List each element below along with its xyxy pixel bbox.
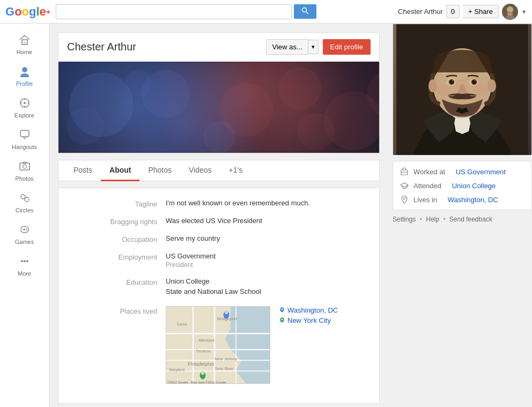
sidebar-item-circles[interactable]: Circles <box>0 186 49 218</box>
bragging-value: Was elected US Vice President <box>166 217 368 225</box>
svg-point-11 <box>24 102 26 104</box>
sidebar-label-explore: Explore <box>14 112 34 119</box>
tagline-value: I'm not well known or even remembered mu… <box>166 199 368 207</box>
view-as-button[interactable]: View as... <box>266 39 308 55</box>
sidebar-label-hangouts: Hangouts <box>12 144 37 150</box>
avatar-image <box>502 4 518 20</box>
svg-point-56 <box>225 311 228 314</box>
sidebar-item-profile[interactable]: Profile <box>0 60 49 91</box>
settings-link[interactable]: Settings <box>393 216 416 223</box>
tagline-label: Tagline <box>91 199 166 208</box>
svg-rect-17 <box>20 163 29 170</box>
svg-point-26 <box>26 260 28 262</box>
svg-point-8 <box>22 67 27 72</box>
games-icon <box>17 222 32 237</box>
photos-icon <box>17 159 32 174</box>
svg-point-81 <box>403 197 405 199</box>
profile-name: Chester Arthur <box>67 41 266 53</box>
occupation-value: Serve my country <box>166 234 368 242</box>
sidebar: Home Profile Explore Hangouts Photos <box>0 24 49 407</box>
work-icon <box>400 167 409 176</box>
work-row: Worked at US Government <box>400 167 525 176</box>
svg-point-29 <box>66 107 104 145</box>
employment-value: US Government President <box>166 252 368 269</box>
cover-photo-bokeh <box>58 62 379 153</box>
search-input[interactable] <box>56 4 292 19</box>
work-label: Worked at <box>413 168 445 176</box>
svg-text:New Jersey: New Jersey <box>215 357 237 361</box>
view-as-dropdown-button[interactable]: ▾ <box>308 40 319 54</box>
topbar-dropdown-icon[interactable]: ▾ <box>521 6 527 18</box>
profile-tabs: Posts About Photos Videos +1's <box>58 160 380 181</box>
sidebar-item-photos[interactable]: Photos <box>0 154 49 186</box>
attended-value[interactable]: Union College <box>452 182 496 190</box>
svg-text:lvania: lvania <box>177 322 187 326</box>
edit-profile-button[interactable]: Edit profile <box>323 39 371 55</box>
education-label: Education <box>91 277 166 286</box>
employment-label: Employment <box>91 252 166 261</box>
footer-links: Settings • Help • Send feedback <box>393 216 532 223</box>
send-feedback-link[interactable]: Send feedback <box>449 216 492 223</box>
tagline-row: Tagline I'm not well known or even remem… <box>91 199 368 208</box>
svg-point-77 <box>474 84 489 95</box>
education-row: Education Union College State and Nation… <box>91 277 368 298</box>
svg-text:Maryland: Maryland <box>169 368 184 372</box>
sidebar-item-explore[interactable]: Explore <box>0 91 49 123</box>
attended-row: Attended Union College <box>400 181 525 190</box>
occupation-label: Occupation <box>91 234 166 243</box>
sidebar-item-more[interactable]: More <box>0 249 49 281</box>
tab-about[interactable]: About <box>101 160 139 181</box>
svg-text:Toms River: Toms River <box>215 367 234 371</box>
svg-point-22 <box>26 228 27 230</box>
svg-point-34 <box>125 70 152 97</box>
place-newyork: New York City <box>279 316 338 324</box>
map-container[interactable]: lvania Bridgeport Allentown Trentono Phi… <box>166 306 270 384</box>
explore-icon <box>17 95 32 110</box>
svg-point-75 <box>487 79 496 92</box>
washington-pin-icon <box>279 307 285 314</box>
svg-text:Philadelphia: Philadelphia <box>188 361 214 367</box>
share-button[interactable]: + Share <box>463 5 499 18</box>
sidebar-item-hangouts[interactable]: Hangouts <box>0 123 49 154</box>
svg-point-24 <box>21 260 23 262</box>
profile-title-bar: Chester Arthur View as... ▾ Edit profile <box>58 33 379 62</box>
svg-point-72 <box>452 80 453 82</box>
employment-title: President <box>166 261 368 269</box>
svg-text:©2012 Google - Map data ©2012 : ©2012 Google - Map data ©2012 Google <box>167 381 226 384</box>
svg-point-59 <box>281 308 283 310</box>
profile-photo-image <box>393 24 531 155</box>
sidebar-label-profile: Profile <box>16 80 33 87</box>
logo-text: Google <box>5 5 46 19</box>
search-icon <box>301 7 309 14</box>
place-washington: Washington, DC <box>279 306 338 314</box>
help-link[interactable]: Help <box>426 216 439 223</box>
sidebar-item-games[interactable]: Games <box>0 218 49 249</box>
notifications-button[interactable]: 0 <box>446 5 460 18</box>
attended-label: Attended <box>413 182 441 190</box>
lives-value[interactable]: Washington, DC <box>448 196 498 204</box>
topbar: Google + Chester Arthur 0 + Share ▾ <box>0 0 532 24</box>
logo-plus: + <box>46 8 50 16</box>
tab-posts[interactable]: Posts <box>65 160 101 181</box>
footer-dot-1: • <box>420 216 422 223</box>
sidebar-item-home[interactable]: Home <box>0 28 49 60</box>
content-area: Chester Arthur View as... ▾ Edit profile <box>49 24 388 407</box>
tab-photos[interactable]: Photos <box>139 160 180 181</box>
employment-org: US Government <box>166 252 368 260</box>
profile-photo-card <box>393 24 532 156</box>
view-as-group: View as... ▾ <box>266 39 318 55</box>
svg-point-76 <box>436 84 451 95</box>
svg-point-61 <box>281 318 283 320</box>
avatar[interactable] <box>502 4 518 20</box>
footer-dot-2: • <box>443 216 445 223</box>
map-svg: lvania Bridgeport Allentown Trentono Phi… <box>166 307 270 384</box>
user-name-top: Chester Arthur <box>398 8 443 16</box>
sidebar-label-home: Home <box>17 49 32 55</box>
tab-plusones[interactable]: +1's <box>220 160 252 181</box>
places-row: Places lived <box>91 306 368 384</box>
education-school-1: Union College <box>166 277 368 285</box>
places-map: lvania Bridgeport Allentown Trentono Phi… <box>166 306 368 384</box>
work-value[interactable]: US Government <box>456 168 506 176</box>
search-button[interactable] <box>294 4 316 19</box>
tab-videos[interactable]: Videos <box>180 160 220 181</box>
